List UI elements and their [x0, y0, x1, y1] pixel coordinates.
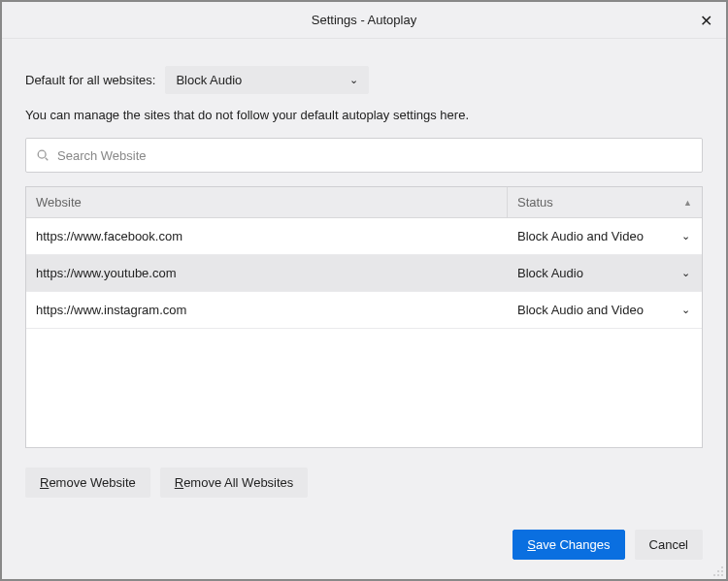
- search-field[interactable]: [25, 138, 703, 173]
- status-select[interactable]: Block Audio⌄: [508, 255, 702, 291]
- chevron-down-icon: ⌄: [349, 74, 358, 86]
- remove-website-button[interactable]: Remove Website: [25, 468, 150, 498]
- default-row: Default for all websites: Block Audio ⌄: [25, 66, 703, 94]
- svg-point-0: [38, 150, 46, 158]
- default-label: Default for all websites:: [25, 73, 155, 87]
- status-select[interactable]: Block Audio and Video⌄: [508, 292, 702, 328]
- default-select[interactable]: Block Audio ⌄: [165, 66, 369, 94]
- chevron-down-icon: ⌄: [681, 230, 690, 242]
- settings-window: Settings - Autoplay ✕ Default for all we…: [0, 0, 728, 581]
- svg-point-6: [717, 574, 719, 576]
- table-row[interactable]: https://www.facebook.comBlock Audio and …: [26, 218, 702, 255]
- close-icon: ✕: [700, 12, 712, 30]
- sort-ascending-icon: ▲: [683, 198, 692, 208]
- window-title: Settings - Autoplay: [312, 13, 416, 27]
- website-url: https://www.youtube.com: [26, 255, 508, 291]
- website-table: Website Status ▲ https://www.facebook.co…: [25, 186, 703, 448]
- left-buttons: Remove Website Remove All Websites: [25, 468, 703, 498]
- titlebar: Settings - Autoplay ✕: [2, 2, 726, 39]
- svg-line-1: [46, 158, 49, 161]
- cancel-button[interactable]: Cancel: [635, 530, 703, 560]
- svg-point-4: [717, 570, 719, 572]
- hint-text: You can manage the sites that do not fol…: [25, 108, 703, 122]
- svg-point-2: [721, 566, 723, 568]
- search-input[interactable]: [57, 148, 692, 163]
- svg-point-3: [721, 570, 723, 572]
- status-select[interactable]: Block Audio and Video⌄: [508, 218, 702, 254]
- chevron-down-icon: ⌄: [681, 304, 690, 316]
- status-value: Block Audio and Video: [517, 303, 644, 317]
- table-row[interactable]: https://www.instagram.comBlock Audio and…: [26, 292, 702, 329]
- resize-grip[interactable]: [712, 565, 724, 577]
- search-icon: [36, 148, 50, 162]
- table-row[interactable]: https://www.youtube.comBlock Audio⌄: [26, 255, 702, 292]
- column-header-website[interactable]: Website: [26, 187, 508, 217]
- chevron-down-icon: ⌄: [681, 267, 690, 279]
- column-header-status[interactable]: Status ▲: [508, 187, 702, 217]
- default-select-value: Block Audio: [176, 73, 242, 87]
- table-body: https://www.facebook.comBlock Audio and …: [26, 218, 702, 447]
- status-value: Block Audio and Video: [517, 229, 644, 243]
- remove-all-websites-button[interactable]: Remove All Websites: [160, 468, 309, 498]
- website-url: https://www.instagram.com: [26, 292, 508, 328]
- svg-point-7: [713, 574, 715, 576]
- close-button[interactable]: ✕: [695, 10, 716, 31]
- svg-point-5: [721, 574, 723, 576]
- website-url: https://www.facebook.com: [26, 218, 508, 254]
- right-buttons: Save Changes Cancel: [513, 530, 703, 560]
- table-header: Website Status ▲: [26, 187, 702, 218]
- dialog-content: Default for all websites: Block Audio ⌄ …: [2, 39, 726, 579]
- save-changes-button[interactable]: Save Changes: [513, 530, 624, 560]
- status-value: Block Audio: [517, 266, 583, 280]
